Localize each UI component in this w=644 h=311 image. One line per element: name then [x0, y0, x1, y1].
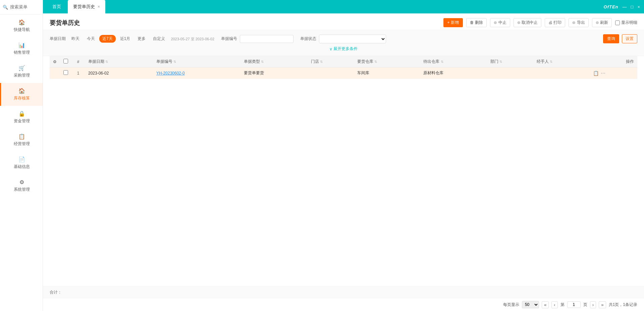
doc-number-input[interactable] [240, 35, 293, 43]
inventory-icon: 🏠 [18, 88, 25, 94]
row-pending-warehouse: 原材料仓库 [423, 71, 443, 75]
row-doc-no[interactable]: YH-20230602-0 [156, 71, 185, 76]
date-today[interactable]: 今天 [84, 35, 98, 43]
tab-home[interactable]: 首页 [47, 0, 66, 13]
th-req-warehouse[interactable]: 要货仓库 [354, 56, 420, 68]
sidebar-item-label: 基础信息 [14, 164, 30, 170]
sidebar-item-label: 采购管理 [14, 73, 30, 78]
stop-button[interactable]: ⊙ 中止 [490, 18, 510, 27]
sidebar-item-system[interactable]: ⚙ 系统管理 [0, 174, 43, 197]
main-area: 首页 要货单历史 × OfTEn — □ × 要货单历史 + 新增 🗑 删除 ⊙… [43, 0, 644, 311]
page-header: 要货单历史 + 新增 🗑 删除 ⊙ 中止 ⊙ 取消中止 🖨 打印 ⊙ 导出 ⊙ … [43, 13, 644, 30]
th-department[interactable]: 部门 [487, 56, 533, 68]
th-num: # [71, 56, 85, 68]
select-all-checkbox[interactable] [63, 59, 68, 63]
page-size-select[interactable]: 50 20 100 200 [522, 301, 539, 308]
delete-button[interactable]: 🗑 删除 [466, 18, 487, 27]
date-last7[interactable]: 近7天 [99, 35, 116, 43]
maximize-button[interactable]: □ [631, 4, 634, 9]
sidebar-item-sales[interactable]: 📊 销售管理 [0, 37, 43, 60]
date-filter: 单据日期 昨天 今天 近7天 近1月 更多 自定义 2023-05-27 至 2… [50, 35, 214, 43]
filter-row-1: 单据日期 昨天 今天 近7天 近1月 更多 自定义 2023-05-27 至 2… [50, 34, 637, 43]
next-page-button[interactable]: › [590, 301, 596, 308]
date-more[interactable]: 更多 [135, 35, 149, 43]
cancel-stop-button[interactable]: ⊙ 取消中止 [514, 18, 541, 27]
sidebar: 🔍 搜索菜单 🏠 快捷导航 📊 销售管理 🛒 采购管理 🏠 库存核算 🔒 资金管… [0, 0, 43, 311]
th-handler[interactable]: 经手人 [533, 56, 590, 68]
tab-history-label: 要货单历史 [73, 4, 95, 10]
status-select[interactable] [319, 35, 386, 43]
cart-icon: 🛒 [18, 65, 25, 71]
row-date-cell: 2023-06-02 [85, 68, 153, 79]
th-settings[interactable]: ⚙ [50, 56, 60, 68]
content-area: 要货单历史 + 新增 🗑 删除 ⊙ 中止 ⊙ 取消中止 🖨 打印 ⊙ 导出 ⊙ … [43, 13, 644, 311]
row-req-warehouse: 车间库 [357, 71, 369, 75]
date-custom[interactable]: 自定义 [150, 35, 168, 43]
row-store-cell [308, 68, 354, 79]
expand-filter-button[interactable]: ∨ 展开更多条件 [50, 46, 637, 52]
sidebar-item-quick-nav[interactable]: 🏠 快捷导航 [0, 14, 43, 37]
th-doc-no[interactable]: 单据编号 [153, 56, 240, 68]
sidebar-item-label: 快捷导航 [14, 27, 30, 33]
row-doc-type-cell: 要货单要货 [240, 68, 307, 79]
table-settings-icon[interactable]: ⚙ [53, 59, 57, 64]
settings-button[interactable]: 设置 [622, 34, 637, 43]
close-button[interactable]: × [637, 4, 640, 9]
document-icon: 📄 [18, 156, 25, 163]
refresh-button[interactable]: ⊙ 刷新 [592, 18, 612, 27]
edit-icon[interactable]: 📋 [593, 71, 599, 76]
row-req-warehouse-cell: 车间库 [354, 68, 420, 79]
sidebar-item-label: 资金管理 [14, 118, 30, 124]
th-store[interactable]: 门店 [308, 56, 354, 68]
new-button[interactable]: + 新增 [443, 18, 463, 27]
sidebar-item-finance[interactable]: 🔒 资金管理 [0, 106, 43, 129]
th-date[interactable]: 单据日期 [85, 56, 153, 68]
date-filter-label: 单据日期 [50, 36, 66, 42]
display-detail-toggle[interactable]: 显示明细 [615, 20, 637, 26]
status-label: 单据状态 [300, 36, 316, 42]
last-page-button[interactable]: » [599, 301, 606, 308]
th-checkbox [60, 56, 71, 68]
sidebar-search[interactable]: 🔍 搜索菜单 [0, 0, 43, 14]
th-pending-warehouse[interactable]: 待出仓库 [420, 56, 487, 68]
sidebar-item-inventory[interactable]: 🏠 库存核算 [0, 83, 43, 106]
date-yesterday[interactable]: 昨天 [68, 35, 83, 43]
row-checkbox[interactable] [63, 70, 68, 75]
query-button[interactable]: 查询 [603, 34, 619, 43]
row-date: 2023-06-02 [88, 71, 109, 76]
topbar: 首页 要货单历史 × OfTEn — □ × [43, 0, 644, 13]
display-detail-checkbox[interactable] [615, 20, 620, 25]
prev-page-button[interactable]: ‹ [551, 301, 557, 308]
search-icon: 🔍 [3, 5, 8, 10]
first-page-button[interactable]: « [542, 301, 549, 308]
page-suffix-label: 页 [583, 302, 587, 308]
sidebar-search-label: 搜索菜单 [10, 4, 28, 10]
page-size-label: 每页显示 [503, 302, 519, 308]
more-icon[interactable]: ⋯ [601, 71, 605, 76]
filter-area: 单据日期 昨天 今天 近7天 近1月 更多 自定义 2023-05-27 至 2… [43, 30, 644, 56]
minimize-button[interactable]: — [623, 4, 627, 9]
tab-close-icon[interactable]: × [98, 4, 100, 9]
sidebar-item-basic[interactable]: 📄 基础信息 [0, 151, 43, 174]
export-button[interactable]: ⊙ 导出 [569, 18, 588, 27]
page-title: 要货单历史 [50, 19, 80, 27]
sidebar-item-label: 销售管理 [14, 50, 30, 55]
row-handler-cell [533, 68, 590, 79]
row-num-cell: 1 [71, 68, 85, 79]
page-prefix-label: 第 [560, 302, 565, 308]
row-department-cell [487, 68, 533, 79]
home-icon: 🏠 [18, 19, 25, 26]
sidebar-item-label: 经营管理 [14, 141, 30, 147]
sidebar-item-operation[interactable]: 📋 经营管理 [0, 129, 43, 151]
display-detail-label: 显示明细 [621, 20, 637, 26]
tab-history[interactable]: 要货单历史 × [68, 0, 105, 13]
chevron-down-icon: ∨ [329, 47, 332, 51]
page-number-input[interactable] [567, 301, 581, 308]
brand-label: OfTEn [604, 4, 619, 9]
sidebar-item-purchase[interactable]: 🛒 采购管理 [0, 60, 43, 83]
date-range-text: 2023-05-27 至 2023-06-02 [171, 37, 214, 42]
print-button[interactable]: 🖨 打印 [545, 18, 565, 27]
table-container: ⚙ # 单据日期 单据编号 单据类型 [43, 56, 644, 286]
th-doc-type[interactable]: 单据类型 [240, 56, 307, 68]
date-last-month[interactable]: 近1月 [117, 35, 133, 43]
